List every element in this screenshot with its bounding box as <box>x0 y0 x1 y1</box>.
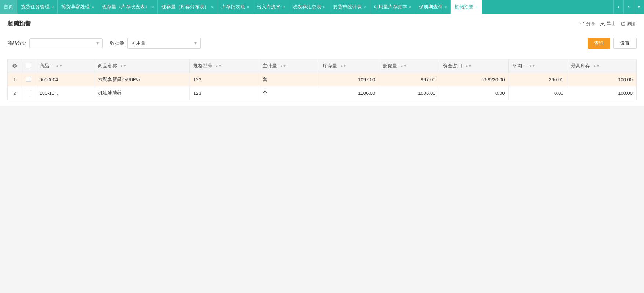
datasource-select[interactable]: 可用量 ▾ <box>127 38 201 49</box>
close-icon[interactable]: × <box>282 5 285 9</box>
close-icon[interactable]: × <box>323 5 325 9</box>
page-title: 超储预警 <box>7 20 31 27</box>
share-icon <box>579 21 585 26</box>
close-icon[interactable]: × <box>409 5 411 9</box>
th-spec: 规格型号 ▲▼ <box>190 59 259 73</box>
close-icon[interactable]: × <box>92 5 94 9</box>
header-actions: 分享 导出 刷新 <box>579 21 637 27</box>
sort-icon[interactable]: ▲▼ <box>120 64 127 68</box>
row-checkbox[interactable] <box>26 90 31 95</box>
select-all-checkbox[interactable] <box>26 63 31 68</box>
nav-arrows: ‹ › × <box>613 0 644 14</box>
td-unit: 个 <box>259 86 319 100</box>
sort-icon[interactable]: ▲▼ <box>465 64 472 68</box>
nav-item-demand[interactable]: 要货单统计表 × <box>329 0 370 14</box>
th-gear: ⚙ <box>8 59 22 73</box>
nav-bar: 首页 拣货任务管理 × 拣货异常处理 × 现存量（库存状况表） × 现存量（库存… <box>0 0 644 14</box>
filter-actions: 查询 设置 <box>588 38 637 49</box>
page-header: 超储预警 分享 导出 刷新 <box>7 20 637 27</box>
close-icon[interactable]: × <box>444 5 447 9</box>
sort-icon[interactable]: ▲▼ <box>529 64 535 68</box>
chevron-down-icon: ▾ <box>194 41 197 46</box>
td-overstock: 1006.00 <box>379 86 439 100</box>
page-container: 超储预警 分享 导出 刷新 <box>0 14 644 106</box>
nav-item-abnormal[interactable]: 拣货异常处理 × <box>58 0 98 14</box>
datasource-filter: 数据源 可用量 ▾ <box>110 38 201 49</box>
share-button[interactable]: 分享 <box>579 21 596 27</box>
th-unit: 主计量 ▲▼ <box>259 59 319 73</box>
td-capital: 0.00 <box>439 86 509 100</box>
table-body: 1 0000004 六配套新昌490BPG 123 套 1097.00 997.… <box>8 73 636 100</box>
td-max-stock: 100.00 <box>567 73 636 86</box>
th-name: 商品名称 ▲▼ <box>94 59 190 73</box>
td-stock: 1106.00 <box>319 86 379 100</box>
gear-icon[interactable]: ⚙ <box>12 63 17 69</box>
sort-icon[interactable]: ▲▼ <box>215 64 222 68</box>
close-icon[interactable]: × <box>51 5 54 9</box>
td-name: 机油滤清器 <box>94 86 190 100</box>
query-button[interactable]: 查询 <box>588 38 610 49</box>
th-overstock: 超储量 ▲▼ <box>379 59 439 73</box>
nav-item-summary[interactable]: 收发存汇总表 × <box>289 0 329 14</box>
td-code: 0000004 <box>36 73 94 86</box>
table-row: 2 186-10... 机油滤清器 123 个 1106.00 1006.00 … <box>8 86 636 100</box>
td-avg: 260.00 <box>509 73 567 86</box>
datasource-select-value: 可用量 <box>131 40 146 47</box>
row-checkbox[interactable] <box>26 77 31 82</box>
th-checkbox <box>22 59 36 73</box>
settings-button[interactable]: 设置 <box>613 38 637 49</box>
category-select[interactable]: ▾ <box>29 38 103 48</box>
nav-item-overstock[interactable]: 超储预警 × <box>451 0 482 14</box>
td-name: 六配套新昌490BPG <box>94 73 190 86</box>
th-max-stock: 最高库存 ▲▼ <box>567 59 636 73</box>
td-row-num: 2 <box>8 86 22 100</box>
export-icon <box>600 21 605 26</box>
td-max-stock: 100.00 <box>567 86 636 100</box>
table-row: 1 0000004 六配套新昌490BPG 123 套 1097.00 997.… <box>8 73 636 86</box>
close-icon[interactable]: × <box>151 5 154 9</box>
td-unit: 套 <box>259 73 319 86</box>
td-checkbox <box>22 86 36 100</box>
close-icon[interactable]: × <box>475 5 477 9</box>
export-button[interactable]: 导出 <box>600 21 616 27</box>
refresh-icon <box>621 21 626 26</box>
nav-right-arrow[interactable]: › <box>623 0 634 14</box>
td-capital: 259220.00 <box>439 73 509 86</box>
nav-item-batch[interactable]: 库存批次账 × <box>217 0 253 14</box>
category-label: 商品分类 <box>7 40 26 47</box>
close-icon[interactable]: × <box>363 5 366 9</box>
filter-bar: 商品分类 ▾ 数据源 可用量 ▾ 查询 设置 <box>7 33 637 53</box>
refresh-button[interactable]: 刷新 <box>621 21 637 27</box>
td-spec: 123 <box>190 86 259 100</box>
sort-icon[interactable]: ▲▼ <box>280 64 286 68</box>
td-avg: 0.00 <box>509 86 567 100</box>
category-filter: 商品分类 ▾ <box>7 38 103 48</box>
nav-item-expiry[interactable]: 保质期查询 × <box>415 0 451 14</box>
nav-item-available[interactable]: 可用量库存账本 × <box>370 0 415 14</box>
td-overstock: 997.00 <box>379 73 439 86</box>
nav-item-stock-status[interactable]: 现存量（库存状况表） × <box>98 0 158 14</box>
th-code: 商品... ▲▼ <box>36 59 94 73</box>
sort-icon[interactable]: ▲▼ <box>593 64 600 68</box>
close-icon[interactable]: × <box>211 5 213 9</box>
sort-icon[interactable]: ▲▼ <box>56 64 62 68</box>
nav-close-arrow[interactable]: × <box>634 0 644 14</box>
table-header-row: ⚙ 商品... ▲▼ 商品名称 ▲▼ 规格型号 ▲▼ <box>8 59 636 73</box>
nav-item-task[interactable]: 拣货任务管理 × <box>17 0 58 14</box>
nav-item-stock-dist[interactable]: 现存量（库存分布表） × <box>158 0 217 14</box>
th-stock: 库存量 ▲▼ <box>319 59 379 73</box>
chevron-down-icon: ▾ <box>96 41 99 46</box>
td-row-num: 1 <box>8 73 22 86</box>
data-table: ⚙ 商品... ▲▼ 商品名称 ▲▼ 规格型号 ▲▼ <box>8 59 636 100</box>
datasource-label: 数据源 <box>110 40 124 47</box>
th-capital: 资金占用 ▲▼ <box>439 59 509 73</box>
td-checkbox <box>22 73 36 86</box>
td-stock: 1097.00 <box>319 73 379 86</box>
close-icon[interactable]: × <box>247 5 249 9</box>
nav-item-flow[interactable]: 出入库流水 × <box>253 0 289 14</box>
sort-icon[interactable]: ▲▼ <box>340 64 347 68</box>
sort-icon[interactable]: ▲▼ <box>400 64 407 68</box>
nav-item-home[interactable]: 首页 <box>0 0 17 14</box>
nav-left-arrow[interactable]: ‹ <box>613 0 623 14</box>
td-spec: 123 <box>190 73 259 86</box>
